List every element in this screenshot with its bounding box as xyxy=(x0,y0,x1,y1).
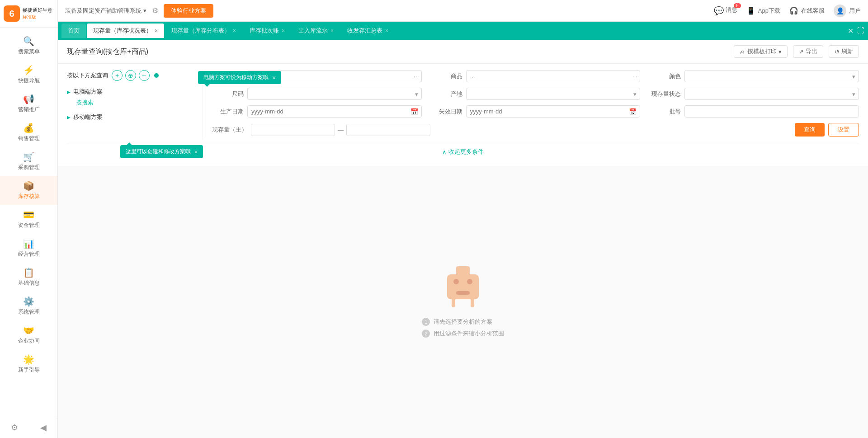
product-input[interactable] xyxy=(466,70,641,82)
sidebar-item-inventory[interactable]: 📦 库存核算 xyxy=(0,176,57,205)
refresh-icon: ↺ xyxy=(835,48,840,55)
tab-home[interactable]: 首页 xyxy=(61,24,86,38)
tooltip-scheme-hint: 电脑方案可设为移动方案哦 × xyxy=(198,71,281,84)
batch-input[interactable] xyxy=(684,105,859,118)
mfg-date-label: 生产日期 xyxy=(212,108,244,116)
tab-inventory-status[interactable]: 现存量（库存状况表） × xyxy=(87,24,164,38)
warehouse-ellipsis: ··· xyxy=(414,73,419,80)
tab-label: 现存量（库存分布表） xyxy=(171,27,230,35)
tab-close-icon[interactable]: × xyxy=(155,28,158,34)
tab-close-icon[interactable]: × xyxy=(385,28,388,34)
system-selector[interactable]: 装备及固定资产辅助管理系统 ▾ xyxy=(65,7,146,15)
message-icon: 💬 xyxy=(714,6,724,16)
chevron-down-icon: ▾ xyxy=(778,48,782,55)
desktop-scheme-label: 电脑端方案 xyxy=(73,88,103,96)
reset-btn[interactable]: 设置 xyxy=(828,123,859,137)
megaphone-icon: 📢 xyxy=(23,94,34,104)
card-icon: 💳 xyxy=(23,209,34,220)
stock-qty-min-input[interactable] xyxy=(251,124,335,136)
exp-date-filter-row: 失效日期 📅 xyxy=(431,105,641,118)
search-icon: 🔍 xyxy=(23,36,34,47)
tab-close-icon[interactable]: × xyxy=(330,28,334,34)
user-area[interactable]: 👤 用户 xyxy=(834,5,861,17)
filter-header: 按以下方案查询 + ⊕ ← xyxy=(67,70,203,81)
message-area[interactable]: 💬 6 消息 xyxy=(714,6,737,16)
sidebar-item-quicknav[interactable]: ⚡ 快捷导航 xyxy=(0,60,57,89)
app-download-area[interactable]: 📱 App下载 xyxy=(746,6,780,15)
tab-inventory-dist[interactable]: 现存量（库存分布表） × xyxy=(165,24,242,38)
flash-icon: ⚡ xyxy=(23,65,34,75)
mobile-scheme-parent[interactable]: ▶ 移动端方案 xyxy=(67,112,203,122)
tab-close-icon[interactable]: × xyxy=(282,28,285,34)
star-icon: 🌟 xyxy=(23,354,34,365)
gear-icon: ⚙️ xyxy=(23,296,34,307)
stock-status-select[interactable] xyxy=(684,88,859,100)
tab-label: 库存批次账 xyxy=(250,27,279,35)
sidebar-item-label: 采购管理 xyxy=(18,164,40,171)
product-ellipsis: ··· xyxy=(632,73,638,80)
username: 用户 xyxy=(849,7,861,15)
tab-bar: 首页 现存量（库存状况表） × 现存量（库存分布表） × 库存批次账 × 出入库… xyxy=(58,22,868,40)
sidebar-item-guide[interactable]: 🌟 新手引导 xyxy=(0,349,57,378)
back-scheme-btn[interactable]: ← xyxy=(139,70,150,81)
tab-collect-summary[interactable]: 收发存汇总表 × xyxy=(341,24,395,38)
online-service-area[interactable]: 🎧 在线客服 xyxy=(789,6,825,15)
tooltip-close-icon[interactable]: × xyxy=(272,74,276,81)
sidebar-item-enterprise[interactable]: 🤝 企业协同 xyxy=(0,320,57,349)
print-btn[interactable]: 🖨 按模板打印 ▾ xyxy=(734,45,788,58)
sidebar-item-search[interactable]: 🔍 搜索菜单 xyxy=(0,31,57,60)
tab-close-icon[interactable]: × xyxy=(233,28,236,34)
tab-home-label: 首页 xyxy=(68,27,80,35)
origin-select[interactable] xyxy=(466,88,641,100)
sidebar-item-label: 新手引导 xyxy=(18,366,40,374)
refresh-btn[interactable]: ↺ 刷新 xyxy=(829,45,859,58)
query-btn[interactable]: 查询 xyxy=(795,123,825,137)
stock-qty-max-input[interactable] xyxy=(346,124,430,136)
batch-label: 批号 xyxy=(649,108,681,116)
export-btn[interactable]: ↗ 导出 xyxy=(793,45,823,58)
expand-icon: ▶ xyxy=(67,115,71,120)
sidebar: 6 畅捷通好生意 标准版 🔍 搜索菜单 ⚡ 快捷导航 📢 营销推广 💰 销售管理… xyxy=(0,0,58,438)
sidebar-item-finance[interactable]: 💳 资金管理 xyxy=(0,205,57,234)
add-scheme-btn[interactable]: + xyxy=(112,70,123,81)
tooltip-close-icon[interactable]: × xyxy=(194,149,198,155)
tab-in-out-flow[interactable]: 出入库流水 × xyxy=(292,24,340,38)
header-right: 💬 6 消息 📱 App下载 🎧 在线客服 👤 用户 xyxy=(714,5,861,17)
trial-btn[interactable]: 体验行业方案 xyxy=(164,4,213,18)
desktop-scheme-child[interactable]: 按搜索 xyxy=(76,97,203,108)
settings-bottom-icon[interactable]: ⚙ xyxy=(11,423,18,433)
mfg-date-input[interactable] xyxy=(247,105,422,118)
exp-date-input[interactable] xyxy=(466,105,641,118)
origin-filter-row: 产地 xyxy=(431,88,641,100)
sidebar-item-sales[interactable]: 💰 销售管理 xyxy=(0,118,57,147)
app-download-label: App下载 xyxy=(758,7,780,15)
size-select[interactable] xyxy=(247,88,422,100)
page-header: 现存量查询(按仓库+商品) 🖨 按模板打印 ▾ ↗ 导出 ↺ 刷新 xyxy=(58,40,868,64)
tip1-text: 请先选择要分析的方案 xyxy=(434,318,492,325)
sidebar-item-basic[interactable]: 📋 基础信息 xyxy=(0,263,57,292)
copy-scheme-btn[interactable]: ⊕ xyxy=(125,70,136,81)
tab-label: 出入库流水 xyxy=(298,27,328,35)
sidebar-item-label: 基础信息 xyxy=(18,279,40,287)
sidebar-item-operations[interactable]: 📊 经营管理 xyxy=(0,234,57,263)
tip2-number: 2 xyxy=(422,330,430,338)
collapse-sidebar-icon[interactable]: ◀ xyxy=(40,423,47,433)
empty-state: 1 请先选择要分析的方案 2 用过滤条件来缩小分析范围 xyxy=(58,166,868,438)
sidebar-item-label: 系统管理 xyxy=(18,308,40,316)
sidebar-item-label: 营销推广 xyxy=(18,106,40,113)
desktop-scheme-parent[interactable]: ▶ 电脑端方案 xyxy=(67,86,203,97)
product-label: 商品 xyxy=(431,72,462,80)
color-select[interactable] xyxy=(684,70,859,82)
sidebar-item-system[interactable]: ⚙️ 系统管理 xyxy=(0,292,57,320)
close-tab-btn[interactable]: ✕ xyxy=(848,27,854,35)
avatar: 👤 xyxy=(834,5,846,17)
tooltip-text: 电脑方案可设为移动方案哦 xyxy=(203,74,269,81)
expand-tab-btn[interactable]: ⛶ xyxy=(857,27,864,35)
cart-icon: 🛒 xyxy=(23,151,34,162)
sidebar-item-purchase[interactable]: 🛒 采购管理 xyxy=(0,147,57,176)
sidebar-nav: 🔍 搜索菜单 ⚡ 快捷导航 📢 营销推广 💰 销售管理 🛒 采购管理 📦 库存核… xyxy=(0,28,57,417)
settings-icon[interactable]: ⚙ xyxy=(152,6,158,15)
sidebar-item-marketing[interactable]: 📢 营销推广 xyxy=(0,89,57,118)
tab-batch-ledger[interactable]: 库存批次账 × xyxy=(243,24,291,38)
headset-icon: 🎧 xyxy=(789,6,798,15)
